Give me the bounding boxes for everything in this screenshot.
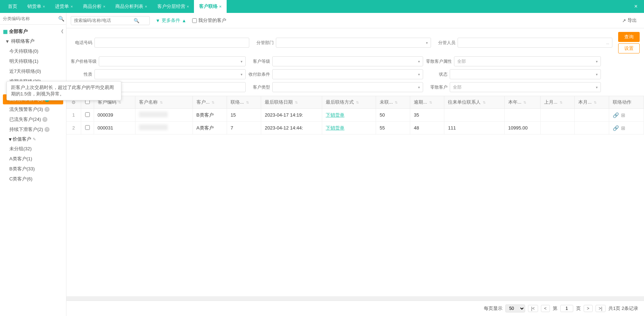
nav-sales-order[interactable]: 销货单 × xyxy=(22,0,50,13)
name-sort-icon[interactable]: ⇅ xyxy=(160,100,163,104)
edit-icon[interactable]: ✎ xyxy=(33,137,36,142)
dept-chevron-icon: ▾ xyxy=(426,41,428,45)
code-sort-icon[interactable]: ⇅ xyxy=(118,100,121,104)
sidebar-all-customers-header[interactable]: ▦ 全部客户 《 xyxy=(3,27,63,36)
sidebar-value-group[interactable]: ▼ 价值客户 ✎ xyxy=(3,135,63,144)
sidebar-item-churned[interactable]: 已流失客户(24) ? xyxy=(3,114,63,124)
first-page-button[interactable]: |< xyxy=(528,305,538,312)
help-icon-churned: ? xyxy=(42,117,47,122)
last-method-sort-icon[interactable]: ⇅ xyxy=(356,100,359,104)
filter-row-1: 电话号码 分管部门 ▾ 分管人员 ... xyxy=(71,32,640,53)
row2-name xyxy=(135,122,193,135)
toolbar-search-icon[interactable]: 🔍 xyxy=(134,18,139,23)
nav-product-analysis-close[interactable]: × xyxy=(103,4,105,9)
more-filters-button[interactable]: ▼ 更多条件 ▲ xyxy=(153,16,189,25)
customer-type-select[interactable]: ▾ xyxy=(272,82,423,92)
status-chevron: ▾ xyxy=(596,72,598,76)
row1-link-icon[interactable]: 🔗 xyxy=(613,112,619,118)
export-icon: ↗ xyxy=(622,18,626,23)
sidebar-item-tomorrow-pending[interactable]: 明天待联络(1) xyxy=(3,56,63,66)
contact-count-sort-icon[interactable]: ⇅ xyxy=(246,100,249,104)
row2-last-method-link[interactable]: 下销货单 xyxy=(326,125,344,131)
nav-product-analysis[interactable]: 商品分析 × xyxy=(78,0,110,13)
settings-button[interactable]: 设置 xyxy=(618,43,640,53)
next-page-button[interactable]: > xyxy=(584,305,593,312)
retail-attr-chevron: ▾ xyxy=(596,60,598,63)
nav-purchase-order[interactable]: 进货单 × xyxy=(50,0,78,13)
search-input[interactable] xyxy=(74,18,131,23)
row1-last-method-link[interactable]: 下销货单 xyxy=(326,112,344,118)
filter-status: 状态 ▾ xyxy=(426,69,601,79)
page-size-select[interactable]: 50 100 200 xyxy=(505,305,525,312)
horizontal-scrollbar[interactable] xyxy=(66,296,644,301)
query-button[interactable]: 查询 xyxy=(618,32,640,42)
nature-select[interactable]: ▾ xyxy=(94,69,246,79)
row2-checkbox[interactable] xyxy=(85,125,90,130)
main-layout: 🔍 ▦ 全部客户 《 ▼ 待联络客户 今天待联络(0) 明天待联络(1) 近7天… xyxy=(0,13,644,316)
row2-link-icon[interactable]: 🔗 xyxy=(613,125,619,131)
nav-customer-contact-close[interactable]: × xyxy=(219,4,221,9)
this-year-sort-icon[interactable]: ⇅ xyxy=(523,100,526,104)
page-number-input[interactable] xyxy=(560,305,573,312)
row1-this-year xyxy=(504,109,540,122)
price-grade-select[interactable]: ▾ xyxy=(99,56,246,66)
nav-customer-contact[interactable]: 客户联络 × xyxy=(194,0,226,13)
filter-phone: 电话号码 xyxy=(71,38,249,48)
no-contact-sort-icon[interactable]: ⇅ xyxy=(395,100,398,104)
payment-chevron: ▾ xyxy=(418,72,420,76)
retail-customer-chevron: ▾ xyxy=(596,85,598,89)
customer-grade-select[interactable]: ▾ xyxy=(272,56,423,66)
col-this-month-header: 本月... ⇅ xyxy=(575,96,609,109)
price-grade-chevron: ▾ xyxy=(241,60,242,63)
row1-num: 1 xyxy=(66,109,81,122)
row1-grid-icon[interactable]: ⊞ xyxy=(621,112,625,118)
sidebar-item-a-class[interactable]: A类客户(1) xyxy=(3,154,63,164)
row2-grid-icon[interactable]: ⊞ xyxy=(621,125,625,131)
row1-last-method: 下销货单 xyxy=(322,109,376,122)
last-month-sort-icon[interactable]: ⇅ xyxy=(560,100,562,104)
sidebar-item-c-class[interactable]: C类客户(6) xyxy=(3,174,63,184)
sidebar-item-today-pending[interactable]: 今天待联络(0) xyxy=(3,46,63,56)
status-select[interactable]: ▾ xyxy=(450,69,601,79)
sidebar-item-b-class[interactable]: B类客户(33) xyxy=(3,164,63,174)
type-sort-icon[interactable]: ⇅ xyxy=(212,100,214,104)
my-customers-checkbox[interactable] xyxy=(192,18,197,23)
sidebar-search-input[interactable] xyxy=(3,16,57,21)
nav-customer-tier-close[interactable]: × xyxy=(187,4,189,9)
export-button[interactable]: ↗ 导出 xyxy=(619,16,640,25)
overdue-sort-icon[interactable]: ⇅ xyxy=(429,100,432,104)
customer-grade-chevron: ▾ xyxy=(418,60,420,63)
phone-input[interactable] xyxy=(94,38,249,48)
nav-customer-tier[interactable]: 客户分层经营 × xyxy=(152,0,194,13)
last-page-button[interactable]: >| xyxy=(596,305,606,312)
triangle-down-icon-2: ▼ xyxy=(8,137,13,142)
toolbar: 🔍 ▼ 更多条件 ▲ 我分管的客户 ↗ 导出 xyxy=(66,13,644,28)
sidebar-item-declining[interactable]: 持续下滑客户(2) ? xyxy=(3,124,63,135)
sidebar-search-icon[interactable]: 🔍 xyxy=(58,16,64,22)
my-customers-checkbox-label[interactable]: 我分管的客户 xyxy=(192,17,226,24)
retail-customer-select[interactable]: 全部 ▾ xyxy=(450,82,601,92)
sidebar-item-7day-pending[interactable]: 近7天待联络(0) xyxy=(3,66,63,76)
manager-select[interactable]: ... xyxy=(458,38,612,48)
nav-product-analysis-list-close[interactable]: × xyxy=(145,4,147,9)
sidebar-item-churn-warning[interactable]: 流失预警客户(3) ? xyxy=(3,104,63,114)
nav-sales-order-close[interactable]: × xyxy=(43,4,45,9)
sidebar-item-ungroup[interactable]: 未分组(32) xyxy=(3,144,63,154)
nav-product-analysis-list[interactable]: 商品分析列表 × xyxy=(110,0,152,13)
sidebar-collapse-btn[interactable]: 《 xyxy=(59,29,63,35)
payment-select[interactable]: ▾ xyxy=(272,69,423,79)
row1-overdue: 35 xyxy=(410,109,444,122)
last-date-sort-icon[interactable]: ⇅ xyxy=(295,100,298,104)
window-close-button[interactable]: × xyxy=(631,3,641,10)
sidebar-pending-group[interactable]: ▼ 待联络客户 xyxy=(3,36,63,46)
retail-attr-select[interactable]: 全部 ▾ xyxy=(454,56,601,66)
dept-select[interactable]: ▾ xyxy=(276,38,431,48)
nav-home[interactable]: 首页 xyxy=(3,0,22,13)
this-month-sort-icon[interactable]: ⇅ xyxy=(594,100,597,104)
nav-purchase-order-close[interactable]: × xyxy=(70,4,73,9)
prev-page-button[interactable]: < xyxy=(541,305,550,312)
filter-customer-grade: 客户等级 ▾ xyxy=(249,56,423,66)
contacts-sort-icon[interactable]: ⇅ xyxy=(483,100,486,104)
row2-code: 000031 xyxy=(94,122,135,135)
row1-checkbox[interactable] xyxy=(85,112,90,117)
